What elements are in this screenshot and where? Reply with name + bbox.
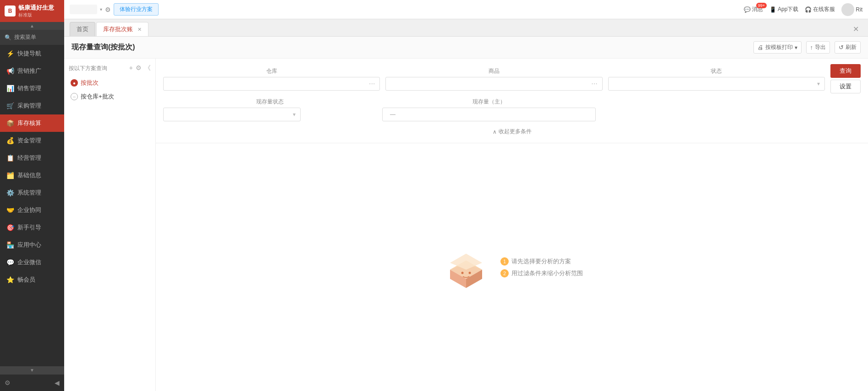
status-filter-label: 状态 xyxy=(608,67,825,75)
plan-item-label: 按批次 xyxy=(81,79,99,87)
collapse-filter-button[interactable]: ∧ 收起更多条件 xyxy=(163,126,861,137)
page-content: 现存量查询(按批次) 🖨 按模板打印 ▾ ↑ 导出 ↺ 刷新 xyxy=(64,37,868,391)
sidebar-scroll-up[interactable]: ▲ xyxy=(0,22,64,30)
nav-label: 企业协同 xyxy=(17,206,41,214)
sidebar-item-sales[interactable]: 📊 销售管理 xyxy=(0,80,64,97)
shortcut-icon: ⚡ xyxy=(6,50,14,57)
sidebar-item-appstore[interactable]: 🏪 应用中心 xyxy=(0,236,64,254)
sidebar-item-enterprise[interactable]: 🤝 企业协同 xyxy=(0,201,64,219)
sidebar-item-member[interactable]: ⭐ 畅会员 xyxy=(0,271,64,288)
product-dots-icon[interactable]: ··· xyxy=(591,80,597,88)
warehouse-dots-icon[interactable]: ··· xyxy=(369,80,375,88)
nav-label: 新手引导 xyxy=(17,223,41,232)
tab-home[interactable]: 首页 xyxy=(70,22,95,36)
export-icon: ↑ xyxy=(810,44,813,51)
warehouse-filter-label: 仓库 xyxy=(163,67,380,75)
sidebar-item-operation[interactable]: 📋 经营管理 xyxy=(0,149,64,167)
export-button[interactable]: ↑ 导出 xyxy=(806,41,830,54)
plan-item-label: 按仓库+批次 xyxy=(81,92,114,101)
add-plan-button[interactable]: + xyxy=(129,64,133,72)
online-service-label: 在线客服 xyxy=(813,5,835,13)
right-panel: 仓库 ··· 商品 ··· xyxy=(156,59,868,391)
plan-settings-button[interactable]: ⚙ xyxy=(136,64,142,72)
sidebar-item-wechat[interactable]: 💬 企业微信 xyxy=(0,254,64,271)
workspace: 按以下方案查询 + ⚙ 《 ● 按批次 ○ 按仓库+批次 xyxy=(64,59,868,391)
empty-text: 1 请先选择要分析的方案 2 用过滤条件来缩小分析范围 xyxy=(500,257,583,277)
sidebar-scroll-down[interactable]: ▼ xyxy=(0,366,64,374)
sidebar-item-shortcut[interactable]: ⚡ 快捷导航 xyxy=(0,45,64,62)
sidebar-header: B 畅康通好生意 标准版 xyxy=(0,0,64,22)
plan-item-by-batch[interactable]: ● 按批次 xyxy=(64,76,155,90)
query-button[interactable]: 查询 xyxy=(830,64,861,78)
export-label: 导出 xyxy=(815,43,826,51)
appstore-icon: 🏪 xyxy=(6,241,14,249)
settings-button[interactable]: 设置 xyxy=(830,80,861,93)
sidebar-search[interactable]: 🔍 搜索菜单 xyxy=(0,30,64,45)
message-button[interactable]: 💬 消息 99+ xyxy=(744,5,763,13)
product-filter-input[interactable]: ··· xyxy=(385,77,602,91)
nav-label: 应用中心 xyxy=(17,241,41,249)
nav-label: 采购管理 xyxy=(17,102,41,110)
plan-item-by-warehouse-batch[interactable]: ○ 按仓库+批次 xyxy=(64,90,155,103)
enterprise-icon: 🤝 xyxy=(6,206,14,214)
tab-panel-close-button[interactable]: ✕ xyxy=(849,25,863,33)
print-dropdown-icon[interactable]: ▾ xyxy=(795,44,797,51)
svg-point-5 xyxy=(461,272,464,274)
refresh-icon: ↺ xyxy=(839,44,844,51)
left-panel-title: 按以下方案查询 xyxy=(69,65,107,72)
page-header: 现存量查询(按批次) 🖨 按模板打印 ▾ ↑ 导出 ↺ 刷新 xyxy=(64,37,868,59)
refresh-button[interactable]: ↺ 刷新 xyxy=(835,41,861,54)
inventory-status-select[interactable]: ▾ xyxy=(163,108,301,121)
print-label: 按模板打印 xyxy=(765,43,793,51)
product-filter-label: 商品 xyxy=(385,67,602,75)
inventory-qty-range[interactable]: — xyxy=(382,108,596,121)
system-icon: ⚙️ xyxy=(6,189,14,196)
left-panel-actions: + ⚙ 《 xyxy=(129,64,151,72)
nav-label: 资金管理 xyxy=(17,136,41,145)
sidebar-settings-button[interactable]: ⚙ xyxy=(5,379,11,386)
sidebar-item-basic[interactable]: 🗂️ 基础信息 xyxy=(0,167,64,184)
sidebar-item-newbie[interactable]: 🎯 新手引导 xyxy=(0,219,64,236)
finance-icon: 💰 xyxy=(6,137,14,144)
experience-button[interactable]: 体验行业方案 xyxy=(114,3,159,16)
filter-group-status: 状态 ▾ xyxy=(608,67,825,91)
inventory-qty-label: 现存量（主） xyxy=(382,98,596,106)
sidebar-item-marketing[interactable]: 📢 营销推广 xyxy=(0,62,64,80)
tab-inventory-batch[interactable]: 库存批次账 ✕ xyxy=(96,22,148,36)
sidebar-item-inventory[interactable]: 📦 库存核算 xyxy=(0,114,64,132)
nav-label: 快捷导航 xyxy=(17,49,41,58)
collapse-icon: ∧ xyxy=(493,129,497,135)
message-badge: 99+ xyxy=(756,3,767,8)
sales-icon: 📊 xyxy=(6,85,14,92)
user-avatar[interactable]: Rit xyxy=(841,3,863,16)
sidebar-footer: ⚙ ◀ xyxy=(0,374,64,391)
warehouse-filter-input[interactable]: ··· xyxy=(163,77,380,91)
sidebar-collapse-button[interactable]: ◀ xyxy=(55,379,60,386)
nav-label: 库存核算 xyxy=(17,119,41,127)
left-panel-collapse-button[interactable]: 《 xyxy=(144,64,151,72)
nav-label: 营销推广 xyxy=(17,67,41,75)
nav-label: 经营管理 xyxy=(17,154,41,162)
filter-group-product: 商品 ··· xyxy=(385,67,602,91)
nav-label: 基础信息 xyxy=(17,171,41,179)
online-service-button[interactable]: 🎧 在线客服 xyxy=(805,5,835,13)
status-filter-select[interactable]: ▾ xyxy=(608,77,825,91)
inventory-status-dropdown-icon: ▾ xyxy=(293,111,296,118)
collapse-label: 收起更多条件 xyxy=(499,128,532,136)
purchase-icon: 🛒 xyxy=(6,102,14,109)
plan-dot-outline: ○ xyxy=(71,93,78,100)
phone-icon: 📱 xyxy=(769,6,776,13)
sidebar-item-purchase[interactable]: 🛒 采购管理 xyxy=(0,97,64,114)
topbar-gear-icon[interactable]: ⚙ xyxy=(105,6,111,13)
sidebar-item-finance[interactable]: 💰 资金管理 xyxy=(0,132,64,149)
print-button[interactable]: 🖨 按模板打印 ▾ xyxy=(753,41,802,54)
tab-home-label: 首页 xyxy=(77,26,88,33)
topbar-dropdown-icon[interactable]: ▾ xyxy=(100,7,102,12)
app-download-button[interactable]: 📱 App下载 xyxy=(769,5,798,13)
empty-hint-1: 1 请先选择要分析的方案 xyxy=(500,257,583,266)
tab-inventory-batch-label: 库存批次账 xyxy=(103,26,133,33)
tab-inventory-batch-close-icon[interactable]: ✕ xyxy=(137,27,142,32)
sidebar-item-system[interactable]: ⚙️ 系统管理 xyxy=(0,184,64,201)
app-edition: 标准版 xyxy=(18,12,54,18)
status-dropdown-icon: ▾ xyxy=(817,81,820,87)
